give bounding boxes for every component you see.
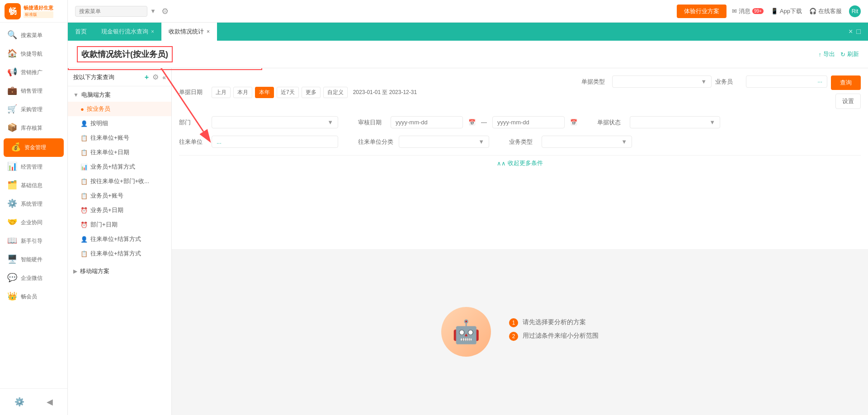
finance-icon: 💰 <box>11 142 21 152</box>
step-1-num: 1 <box>509 318 518 327</box>
sidebar-item-finance[interactable]: 💰 资金管理 <box>4 138 64 157</box>
window-close-icon[interactable]: × <box>849 28 853 36</box>
sidebar-item-member[interactable]: 👑 畅会员 <box>0 288 67 306</box>
empty-state-area: 🤖 1 请先选择要分析的方案 2 用过滤条件来缩小分析范围 <box>172 249 868 415</box>
settings-button[interactable]: 设置 <box>835 94 861 109</box>
scheme-item-partner-settlement2[interactable]: 📋 往来单位+结算方式 <box>68 246 171 261</box>
scheme-collapse-icon[interactable]: « <box>162 74 166 81</box>
user-avatar[interactable]: Rit <box>849 5 861 17</box>
tab-home[interactable]: 首页 <box>68 23 94 41</box>
sidebar-item-guide[interactable]: 📖 新手引导 <box>0 232 67 250</box>
query-button[interactable]: 查询 <box>831 75 861 90</box>
messages-action[interactable]: ✉ 消息 99+ <box>732 7 764 15</box>
sidebar-nav: 🔍 搜索菜单 🏠 快捷导航 📢 营销推广 💼 销售管理 🛒 采购管理 📦 <box>0 23 67 388</box>
date-btn-custom[interactable]: 自定义 <box>323 87 348 98</box>
scheme-settings-icon[interactable]: ⚙ <box>152 73 159 81</box>
sidebar-item-search[interactable]: 🔍 搜索菜单 <box>0 26 67 45</box>
scheme-item-by-detail[interactable]: 👤 按明细 <box>68 116 171 131</box>
sidebar-settings-icon[interactable]: ⚙️ <box>14 397 24 407</box>
export-icon: ↑ <box>819 51 822 58</box>
calendar-start-icon[interactable]: 📅 <box>468 119 476 126</box>
review-date-end-input[interactable] <box>492 116 565 128</box>
scheme-group-header-mobile[interactable]: ▶ 移动端方案 <box>68 264 171 278</box>
date-btn-this-year[interactable]: 本年 <box>255 87 274 98</box>
sidebar-item-quicknav[interactable]: 🏠 快捷导航 <box>0 45 67 63</box>
scheme-item-partner-account[interactable]: 📋 往来单位+账号 <box>68 131 171 145</box>
sidebar-item-hardware[interactable]: 🖥️ 智能硬件 <box>0 250 67 269</box>
doc-status-select[interactable]: ▼ <box>630 116 720 128</box>
mobile-expand-icon: ▶ <box>73 268 77 274</box>
doc-type-group: 单据类型 ▼ <box>581 75 712 88</box>
scheme-item-dept-date[interactable]: ⏰ 部门+日期 <box>68 217 171 232</box>
content-area: 按以下方案查询 + ⚙ « ▼ 电脑端方案 <box>68 68 868 415</box>
dropdown-arrow-icon: ▼ <box>150 8 156 14</box>
sidebar-item-basic[interactable]: 🗂️ 基础信息 <box>0 176 67 195</box>
search-menu-input[interactable] <box>75 6 147 17</box>
sidebar-item-inventory[interactable]: 📦 库存核算 <box>0 119 67 137</box>
online-service-action[interactable]: 🎧 在线客服 <box>809 7 842 15</box>
scheme-item-by-salesman[interactable]: ● 按业务员 <box>68 102 171 116</box>
sidebar-item-system[interactable]: ⚙️ 系统管理 <box>0 195 67 213</box>
date-btn-7days[interactable]: 近7天 <box>277 87 299 98</box>
partner-more-icon[interactable]: ... <box>217 138 222 145</box>
sidebar-item-wechat[interactable]: 💬 企业微信 <box>0 269 67 288</box>
tab-close-receivables[interactable]: × <box>207 28 210 35</box>
member-icon: 👑 <box>7 291 17 301</box>
partner-category-select[interactable]: ▼ <box>399 136 489 148</box>
partner-dept-collect-icon: 📋 <box>80 178 88 185</box>
collapse-more-btn[interactable]: ∧∧ 收起更多条件 <box>179 155 861 171</box>
topbar-settings-icon[interactable]: ⚙ <box>161 6 169 16</box>
salesman-select[interactable]: ··· <box>746 75 827 88</box>
search-icon: 🔍 <box>7 30 17 40</box>
salesman-settlement-icon: 📊 <box>80 164 88 170</box>
step-2-num: 2 <box>509 332 518 341</box>
date-btn-last-month[interactable]: 上月 <box>212 87 231 98</box>
sidebar-item-sales[interactable]: 💼 销售管理 <box>0 82 67 100</box>
dept-select[interactable]: ▼ <box>212 116 338 128</box>
export-btn[interactable]: ↑ 导出 <box>819 50 835 58</box>
doc-type-select[interactable]: ▼ <box>612 75 712 88</box>
date-btn-this-month[interactable]: 本月 <box>233 87 252 98</box>
system-icon: ⚙️ <box>7 198 17 208</box>
tab-bank-flow[interactable]: 现金银行流水查询 × <box>94 23 161 41</box>
review-date-start-input[interactable] <box>391 116 463 128</box>
scheme-item-partner-dept-collect[interactable]: 📋 按往来单位+部门+收... <box>68 174 171 189</box>
sidebar-item-purchase[interactable]: 🛒 采购管理 <box>0 100 67 119</box>
tab-receivables[interactable]: 收款情况统计 × <box>161 23 217 41</box>
app-logo: 畅 畅捷通好生意 标准版 <box>0 0 67 23</box>
maximize-icon[interactable]: □ <box>856 28 861 36</box>
business-type-select[interactable]: ▼ <box>542 136 632 148</box>
partner-settlement2-icon: 📋 <box>80 250 88 257</box>
tab-close-bank-flow[interactable]: × <box>151 28 154 35</box>
scheme-item-partner-date[interactable]: 📋 往来单位+日期 <box>68 145 171 160</box>
topbar: ▼ ⚙ 体验行业方案 ✉ 消息 99+ 📱 App下载 🎧 在线客服 <box>68 0 868 23</box>
sidebar-item-operations[interactable]: 📊 经营管理 <box>0 158 67 176</box>
app-download-action[interactable]: 📱 App下载 <box>771 7 802 15</box>
date-field-label: 单据日期 <box>179 88 206 96</box>
scheme-item-partner-settlement1[interactable]: 👤 往来单位+结算方式 <box>68 232 171 246</box>
sidebar-item-marketing[interactable]: 📢 营销推广 <box>0 63 67 82</box>
scheme-group-header-desktop[interactable]: ▼ 电脑端方案 <box>68 88 171 102</box>
partner-select[interactable]: ... <box>212 136 338 148</box>
dept-date-icon: ⏰ <box>80 222 88 228</box>
scheme-panel-header: 按以下方案查询 + ⚙ « <box>68 68 171 86</box>
message-icon: ✉ <box>732 8 737 14</box>
partner-cat-arrow-icon: ▼ <box>478 138 484 145</box>
sidebar-item-enterprise[interactable]: 🤝 企业协同 <box>0 213 67 232</box>
salesman-date-icon: ⏰ <box>80 207 88 214</box>
doc-type-arrow-icon: ▼ <box>701 78 707 85</box>
calendar-end-icon[interactable]: 📅 <box>570 119 577 126</box>
refresh-btn[interactable]: ↻ 刷新 <box>840 50 859 58</box>
trial-btn[interactable]: 体验行业方案 <box>677 5 726 18</box>
scheme-add-icon[interactable]: + <box>145 73 149 81</box>
scheme-item-salesman-date[interactable]: ⏰ 业务员+日期 <box>68 203 171 217</box>
enterprise-icon: 🤝 <box>7 217 17 227</box>
date-btn-more[interactable]: 更多 <box>302 87 321 98</box>
partner-account-icon: 📋 <box>80 135 88 141</box>
refresh-icon: ↻ <box>840 51 845 58</box>
empty-state: 🤖 1 请先选择要分析的方案 2 用过滤条件来缩小分析范围 <box>432 280 608 384</box>
scheme-item-salesman-account[interactable]: 📋 业务员+账号 <box>68 189 171 203</box>
expand-icon: ▼ <box>73 92 79 98</box>
scheme-item-salesman-settlement[interactable]: 📊 业务员+结算方式 <box>68 160 171 174</box>
sidebar-collapse-icon[interactable]: ◀ <box>47 397 53 407</box>
